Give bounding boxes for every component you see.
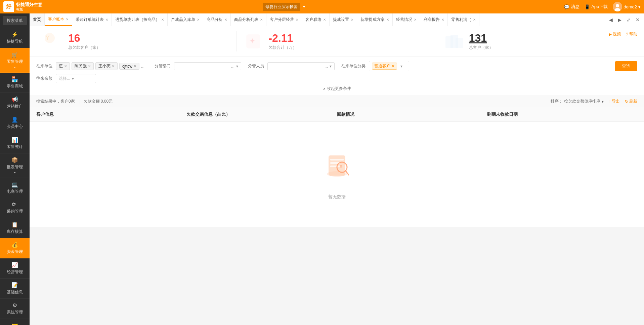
sort-label: 排序： — [551, 99, 563, 104]
unit-category-select[interactable]: 普通客户 ✕ ▾ — [369, 61, 409, 71]
tag-chen-close[interactable]: ✕ — [88, 64, 91, 68]
export-button[interactable]: ↑ 导出 — [609, 99, 620, 104]
debt-total-number: -2.11 — [268, 33, 297, 43]
division-dept-dots[interactable]: ... — [231, 64, 234, 69]
tag-wu-close[interactable]: ✕ — [64, 64, 67, 68]
sidebar-item-inventory[interactable]: 📋 库存核算 — [0, 218, 30, 238]
query-button[interactable]: 查询 — [615, 61, 637, 71]
product-inbound-label: 产成品入库单 — [171, 17, 195, 23]
app-download-label: App下载 — [591, 4, 608, 10]
home-tab-label: 首页 — [33, 17, 41, 23]
total-icon — [444, 31, 464, 51]
division-person-select[interactable]: ... ▾ — [267, 62, 335, 70]
tab-goods-analysis-list[interactable]: 商品分析列表 ✕ — [231, 13, 266, 26]
goods-analysis-label: 商品分析 — [207, 17, 223, 23]
profit-report-label: 利润报告 — [424, 17, 440, 23]
sidebar-item-retail-stats[interactable]: 📊 零售统计 — [0, 133, 30, 153]
tab-close-new-commission[interactable]: ✕ — [386, 18, 389, 22]
sidebar-item-quick-nav[interactable]: ⚡ 快捷导航 — [0, 28, 30, 48]
col-header-customer: 客户信息 — [36, 111, 186, 117]
purchase-order-label: 采购订单统计表 — [76, 17, 104, 23]
tab-purchase-stats[interactable]: 进货单统计表（按商品） ✕ — [112, 13, 168, 26]
tab-close-purchase-stats[interactable]: ✕ — [161, 18, 164, 22]
search-menu-button[interactable]: 搜索菜单 — [3, 16, 27, 25]
tab-close-goods-list[interactable]: ✕ — [260, 18, 263, 22]
collapse-button[interactable]: ∧ 收起更多条件 — [36, 86, 637, 92]
message-action[interactable]: 💬 消息 — [564, 4, 579, 10]
retail-stats-icon: 📊 — [11, 137, 18, 143]
svg-text:¥: ¥ — [45, 34, 50, 41]
biz-status-label: 经营情况 — [396, 17, 412, 23]
help-link[interactable]: ? 帮助 — [626, 31, 637, 37]
balance-select[interactable]: 选择... ▾ — [56, 74, 96, 83]
result-separator: | — [79, 99, 80, 104]
tag-cjttcw-text: cjttcw — [122, 64, 132, 69]
sidebar-item-sys-mgmt[interactable]: ⚙ 系统管理 — [0, 299, 30, 319]
tab-customer-ledger[interactable]: 客户账本 ✕ — [45, 13, 72, 26]
category-tag-close[interactable]: ✕ — [391, 64, 395, 69]
tab-profit-report[interactable]: 利润报告 ✕ — [420, 13, 448, 26]
tab-close-all[interactable]: ✕ — [634, 17, 641, 23]
member-icon: 👤 — [11, 116, 18, 123]
sidebar-item-purchase[interactable]: 🛍 采购管理 — [0, 198, 30, 218]
new-commission-label: 新增提成方案 — [360, 17, 385, 23]
tab-close-goods-analysis[interactable]: ✕ — [224, 18, 227, 22]
video-help-link[interactable]: ▶ 视频 — [609, 31, 621, 37]
tab-new-commission[interactable]: 新增提成方案 ✕ — [357, 13, 393, 26]
top-actions: 💬 消息 📱 App下载 demo2 ▾ — [564, 2, 641, 11]
sidebar-item-corp-collab[interactable]: 🤝 企业协同 — [0, 319, 30, 325]
sidebar-item-wholesale[interactable]: 📦 批发管理 ▾ — [0, 153, 30, 178]
tab-customer-contact[interactable]: 客户联络 ✕ — [302, 13, 330, 26]
sort-select[interactable]: 排序： 按欠款金额倒序排序 ▾ — [551, 99, 604, 104]
tab-purchase-order[interactable]: 采购订单统计表 ✕ — [72, 13, 112, 26]
sidebar-search-area: 搜索菜单 — [0, 13, 30, 28]
tag-wang-close[interactable]: ✕ — [112, 64, 115, 68]
logo-sub: 标版 — [16, 7, 42, 11]
dropdown-arrow-icon[interactable]: ▾ — [303, 4, 305, 9]
sidebar-item-finance[interactable]: 💰 资金管理 — [0, 238, 30, 258]
tab-close-retail-profit[interactable]: ✕ — [473, 18, 476, 22]
division-dept-select[interactable]: ... ▾ — [174, 62, 241, 70]
sidebar-item-ops[interactable]: 📈 经营管理 — [0, 258, 30, 279]
division-person-dots[interactable]: ... — [325, 64, 328, 69]
stat-text-total: 131 总客户（家） — [469, 33, 493, 50]
tab-retail-profit[interactable]: 零售利润（ ✕ — [448, 13, 479, 26]
retail-stats-label: 零售统计 — [7, 144, 23, 150]
tab-close-product-inbound[interactable]: ✕ — [197, 18, 200, 22]
tab-commission-settings[interactable]: 提成设置 ✕ — [330, 13, 357, 26]
tab-product-inbound[interactable]: 产成品入库单 ✕ — [168, 13, 203, 26]
refresh-button[interactable]: ↻ 刷新 — [625, 99, 637, 104]
sidebar-item-ecommerce[interactable]: 💻 电商管理 — [0, 178, 30, 198]
user-profile[interactable]: demo2 ▾ — [613, 2, 641, 11]
sidebar-item-retail-shop[interactable]: 🏪 零售商城 — [0, 73, 30, 93]
user-dropdown-icon: ▾ — [638, 4, 641, 9]
sidebar-item-retail-mgmt[interactable]: 🛒 零售管理 ▴ — [0, 48, 30, 73]
stat-block-total: 131 总客户（家） — [437, 31, 637, 51]
tab-close-profit-report[interactable]: ✕ — [441, 18, 444, 22]
top-bar: 好 畅捷通好生意 标版 母婴行业演示帐套 ▾ 💬 消息 📱 App下载 demo… — [0, 0, 644, 13]
tab-home[interactable]: 首页 — [30, 13, 45, 26]
tab-maximize[interactable]: ⤢ — [625, 17, 632, 23]
account-selector[interactable]: 母婴行业演示帐套 — [263, 3, 300, 11]
refresh-label: 刷新 — [629, 99, 637, 104]
tab-close-biz-status[interactable]: ✕ — [414, 18, 417, 22]
tab-scroll-right[interactable]: ▶ — [616, 17, 623, 23]
tab-close-segment[interactable]: ✕ — [296, 18, 298, 22]
tab-goods-analysis[interactable]: 商品分析 ✕ — [203, 13, 231, 26]
filter-more-tags[interactable]: ... — [141, 64, 144, 69]
sidebar-item-basic-info[interactable]: 📝 基础信息 — [0, 279, 30, 299]
app-download-action[interactable]: 📱 App下载 — [585, 4, 608, 10]
col-header-repay: 回款情况 — [337, 111, 487, 117]
tab-close-contact[interactable]: ✕ — [323, 18, 326, 22]
tab-close-customer-ledger[interactable]: ✕ — [66, 17, 69, 21]
logo: 好 畅捷通好生意 标版 — [3, 1, 263, 12]
sort-option: 按欠款金额倒序排序 — [564, 99, 600, 104]
tag-cjttcw-close[interactable]: ✕ — [134, 64, 136, 68]
tab-scroll-left[interactable]: ◀ — [607, 17, 614, 23]
tab-close-purchase-order[interactable]: ✕ — [105, 18, 108, 22]
sidebar-item-member[interactable]: 👤 会员中心 — [0, 113, 30, 133]
tab-close-commission[interactable]: ✕ — [351, 18, 353, 22]
tab-customer-segment[interactable]: 客户分层经营 ✕ — [266, 13, 302, 26]
sidebar-item-marketing[interactable]: 📢 营销推广 — [0, 93, 30, 113]
tab-biz-status[interactable]: 经营情况 ✕ — [393, 13, 420, 26]
